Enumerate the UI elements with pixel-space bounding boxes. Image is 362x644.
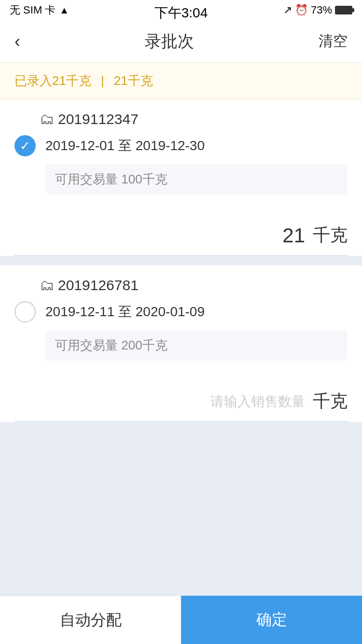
qty-unit-1: 千克 [313, 224, 348, 247]
batch-date-2: 2019-12-11 至 2020-01-09 [45, 303, 205, 321]
batch-id-row-2: 🗂 2019126781 [14, 277, 348, 294]
bottom-buttons: 自动分配 确定 [0, 596, 362, 644]
status-right: ↗ ⏰ 73% [283, 4, 352, 16]
empty-area [0, 422, 362, 615]
qty-placeholder-text-2[interactable]: 请输入销售数量 [210, 392, 305, 411]
status-time: 下午3:04 [154, 4, 208, 22]
qty-unit-2: 千克 [313, 390, 348, 413]
carrier-text: 无 SIM 卡 [10, 3, 56, 17]
batch-card-2: 🗂 2019126781 2019-12-11 至 2020-01-09 可用交… [0, 266, 362, 422]
batch-checkbox-1[interactable]: ✓ [14, 135, 36, 156]
checkmark-1: ✓ [20, 140, 30, 152]
available-qty-text-2: 可用交易量 200千克 [55, 338, 167, 352]
batch-id-row-1: 🗂 2019112347 [14, 111, 348, 127]
page-title: 录批次 [145, 30, 194, 53]
batch-date-1: 2019-12-01 至 2019-12-30 [45, 137, 205, 155]
status-left: 无 SIM 卡 ▲ [10, 3, 69, 17]
batch-doc-icon-1: 🗂 [40, 111, 54, 127]
location-icon: ↗ [283, 4, 292, 16]
confirm-button[interactable]: 确定 [181, 596, 362, 644]
available-qty-box-2: 可用交易量 200千克 [45, 330, 348, 361]
section-divider [0, 256, 362, 266]
qty-placeholder-area-2[interactable]: 请输入销售数量 千克 [0, 380, 362, 421]
summary-label: 已录入21千克 [14, 72, 91, 89]
available-qty-text-1: 可用交易量 100千克 [55, 172, 167, 186]
batch-id-1: 2019112347 [58, 111, 139, 127]
summary-banner: 已录入21千克 | 21千克 [0, 63, 362, 99]
wifi-icon: ▲ [59, 5, 69, 16]
batch-date-row-2[interactable]: 2019-12-11 至 2020-01-09 [14, 301, 348, 322]
clear-button[interactable]: 清空 [319, 31, 348, 51]
status-bar: 无 SIM 卡 ▲ 下午3:04 ↗ ⏰ 73% [0, 0, 362, 20]
battery-text: 73% [311, 4, 332, 16]
batch-date-row-1[interactable]: ✓ 2019-12-01 至 2019-12-30 [14, 135, 348, 156]
batch-doc-icon-2: 🗂 [40, 277, 54, 294]
available-qty-box-1: 可用交易量 100千克 [45, 164, 348, 195]
batch-card-1: 🗂 2019112347 ✓ 2019-12-01 至 2019-12-30 可… [0, 99, 362, 256]
auto-distribute-button[interactable]: 自动分配 [0, 596, 181, 644]
summary-divider: | [101, 73, 104, 88]
nav-bar: ‹ 录批次 清空 [0, 20, 362, 63]
qty-input-area-1[interactable]: 21 千克 [0, 214, 362, 255]
batch-id-2: 2019126781 [58, 277, 139, 294]
qty-value-1[interactable]: 21 [282, 224, 305, 247]
batch-checkbox-2[interactable] [14, 301, 36, 322]
battery-icon [335, 6, 352, 14]
summary-amount: 21千克 [114, 72, 153, 89]
back-button[interactable]: ‹ [14, 31, 20, 52]
alarm-icon: ⏰ [295, 4, 308, 16]
